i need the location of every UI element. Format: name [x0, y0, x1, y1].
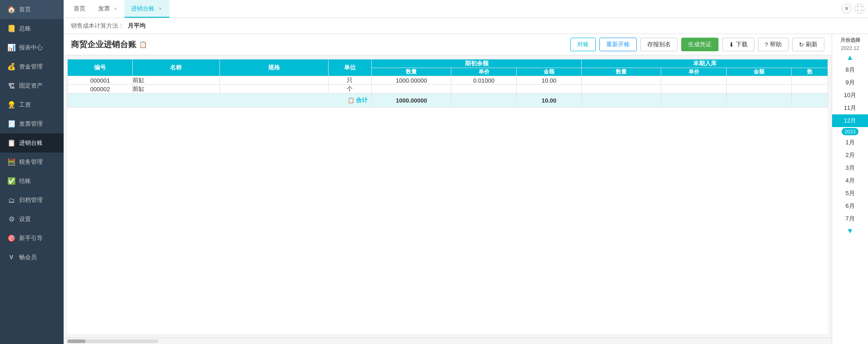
tab-invoice-close[interactable]: ×: [113, 5, 118, 12]
th-opening-qty: 数量: [372, 68, 451, 76]
th-unit: 单位: [328, 59, 372, 76]
th-group-inbound: 本期入库: [582, 59, 828, 68]
sidebar-item-label: 新手引导: [19, 234, 43, 242]
month-item-3[interactable]: 3月: [832, 162, 868, 174]
sidebar-item-salary[interactable]: 👷 工资: [0, 95, 64, 114]
assets-icon: 🏗: [7, 82, 15, 90]
th-inbound-extra: 数: [792, 68, 828, 76]
month-item-11[interactable]: 11月: [832, 102, 868, 114]
sidebar-item-purchase-sales[interactable]: 📋 进销台账: [0, 133, 64, 152]
sidebar-item-label: 结账: [19, 177, 31, 185]
sidebar-item-general-ledger[interactable]: 📒 总账: [0, 19, 64, 38]
sidebar-item-label: 总账: [19, 25, 31, 33]
sidebar-item-tax-management[interactable]: 🧮 税务管理: [0, 152, 64, 172]
report-icon: 📊: [7, 44, 15, 52]
save-alias-button[interactable]: 存报别名: [640, 38, 678, 51]
month-item-6[interactable]: 6月: [832, 200, 868, 212]
tab-home-label: 首页: [74, 5, 85, 13]
th-inbound-amount: 金额: [726, 68, 791, 76]
download-button[interactable]: ⬇ 下载: [722, 38, 754, 51]
sidebar-item-member[interactable]: V 畅会员: [0, 248, 64, 267]
month-item-1[interactable]: 1月: [832, 136, 868, 149]
table-container: 编号 名称 规格 单位 期初余额: [67, 59, 828, 334]
ledger-icon: 📒: [7, 25, 15, 33]
th-spec: 规格: [219, 59, 328, 76]
cell-opening-qty-1: 1000.00000: [372, 76, 451, 85]
tab-purchase-sales-close[interactable]: ×: [157, 5, 163, 12]
download-icon: ⬇: [729, 41, 734, 48]
maximize-button[interactable]: ⛶: [854, 4, 864, 14]
total-opening-amount: 10.00: [516, 93, 581, 108]
closing-icon: ✅: [7, 177, 15, 185]
month-up-nav[interactable]: ▲: [845, 52, 856, 64]
tab-invoice[interactable]: 发票 ×: [92, 0, 125, 18]
sidebar-item-label: 工资: [19, 101, 31, 109]
cell-opening-amount-2: [516, 85, 581, 93]
month-panel-title: 月份选择: [838, 34, 862, 44]
page-title: 商贸企业进销台账 📋: [71, 39, 147, 50]
tab-home[interactable]: 首页: [67, 0, 92, 18]
sidebar-item-label: 税务管理: [19, 158, 43, 166]
cell-code-1: 000001: [68, 76, 133, 85]
year-2022-label: 2022.12: [839, 44, 861, 52]
month-panel: 月份选择 2022.12 ▲ 8月 9月 10月 11月 12月 2023 1月…: [832, 34, 868, 344]
month-item-4[interactable]: 4月: [832, 174, 868, 187]
cell-unit-1: 只: [328, 76, 372, 85]
reconcile-button[interactable]: 对账: [570, 38, 596, 51]
tax-icon: 🧮: [7, 158, 15, 166]
help-icon: ?: [765, 41, 768, 48]
window-controls: ✕ ⛶: [842, 4, 864, 14]
month-down-nav[interactable]: ▼: [845, 225, 856, 237]
month-item-12[interactable]: 12月: [832, 114, 868, 127]
sidebar-item-archive[interactable]: 🗂 归档管理: [0, 191, 64, 210]
sidebar-item-fixed-assets[interactable]: 🏗 固定资产: [0, 76, 64, 95]
generate-voucher-button[interactable]: 生成凭证: [681, 38, 718, 51]
cell-name-1: 前缸: [133, 76, 219, 85]
sidebar-item-label: 首页: [19, 5, 31, 14]
scrollbar-thumb[interactable]: [67, 339, 85, 343]
close-button[interactable]: ✕: [842, 4, 852, 14]
month-item-9[interactable]: 9月: [832, 76, 868, 89]
title-info-icon[interactable]: 📋: [139, 41, 147, 48]
cell-inbound-qty-1: [582, 76, 661, 85]
cell-inbound-extra-1: [792, 76, 828, 85]
sidebar-item-fund-management[interactable]: 💰 资金管理: [0, 57, 64, 76]
month-item-5[interactable]: 5月: [832, 187, 868, 200]
toolbar: 商贸企业进销台账 📋 对账 重新开账 存报别名 生成凭证 ⬇ 下载 ? 帮助: [64, 34, 832, 55]
sidebar-item-closing[interactable]: ✅ 结账: [0, 172, 64, 191]
total-label-cell: 📋 合计: [68, 93, 372, 108]
cell-opening-amount-1: 10.00: [516, 76, 581, 85]
content-area: 商贸企业进销台账 📋 对账 重新开账 存报别名 生成凭证 ⬇ 下载 ? 帮助: [64, 34, 868, 344]
tab-invoice-label: 发票: [98, 5, 110, 13]
sidebar-item-report-center[interactable]: 📊 报表中心: [0, 38, 64, 57]
sidebar-item-label: 设置: [19, 215, 31, 223]
total-inbound-price: [661, 93, 726, 108]
total-row: 📋 合计 1000.00000 10.00: [68, 93, 828, 108]
cell-spec-2: [219, 85, 328, 93]
month-item-2[interactable]: 2月: [832, 149, 868, 162]
cell-opening-price-1: 0.01000: [451, 76, 516, 85]
page-header: 销售成本计算方法： 月平均: [64, 18, 868, 34]
help-button[interactable]: ? 帮助: [758, 38, 788, 51]
total-inbound-extra: [792, 93, 828, 108]
cell-inbound-amount-1: [726, 76, 791, 85]
refresh-button[interactable]: ↻ 刷新: [792, 38, 824, 51]
tab-purchase-sales[interactable]: 进销台账 ×: [125, 0, 169, 18]
member-icon: V: [7, 254, 15, 260]
th-opening-amount: 金额: [516, 68, 581, 76]
month-item-8[interactable]: 8月: [832, 64, 868, 76]
sidebar-item-settings[interactable]: ⚙ 设置: [0, 210, 64, 229]
sidebar-item-invoice-management[interactable]: 🧾 发票管理: [0, 114, 64, 133]
sidebar: 🏠 首页 📒 总账 📊 报表中心 💰 资金管理 🏗 固定资产 👷 工资 🧾 发票…: [0, 0, 64, 344]
sidebar-item-label: 进销台账: [19, 139, 43, 147]
cell-inbound-qty-2: [582, 85, 661, 93]
data-table: 编号 名称 规格 单位 期初余额: [67, 59, 828, 108]
sidebar-item-home[interactable]: 🏠 首页: [0, 0, 64, 19]
toolbar-actions: 对账 重新开账 存报别名 生成凭证 ⬇ 下载 ? 帮助 ↻ 刷新: [570, 38, 824, 51]
sidebar-item-label: 资金管理: [19, 63, 43, 71]
month-item-7[interactable]: 7月: [832, 212, 868, 225]
sidebar-item-guide[interactable]: 🎯 新手引导: [0, 229, 64, 248]
horizontal-scrollbar[interactable]: [64, 338, 832, 344]
reopen-button[interactable]: 重新开账: [599, 38, 637, 51]
month-item-10[interactable]: 10月: [832, 89, 868, 102]
